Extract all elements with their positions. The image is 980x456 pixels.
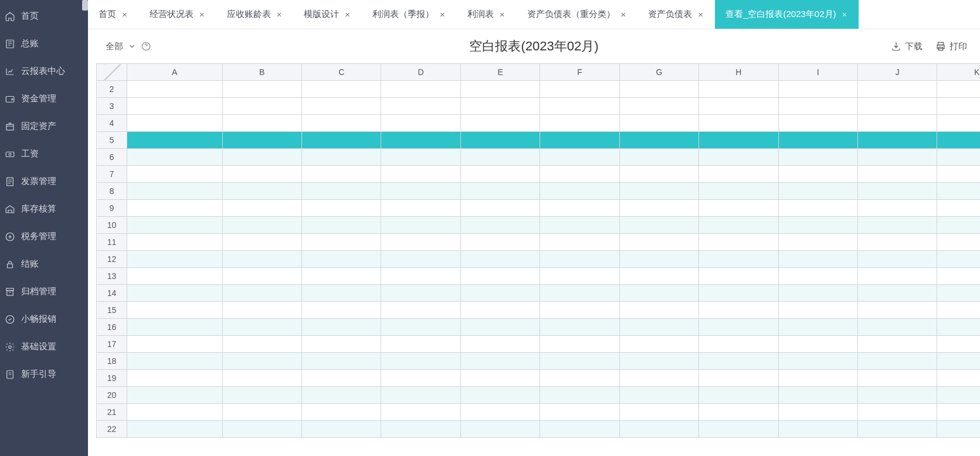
cell[interactable] [858,166,937,183]
cell[interactable] [127,268,223,285]
cell[interactable] [381,217,460,234]
cell[interactable] [301,132,381,149]
close-icon[interactable]: × [121,9,128,19]
cell[interactable] [381,353,460,370]
cell[interactable] [540,98,619,115]
cell[interactable] [619,370,698,387]
cell[interactable] [301,336,381,353]
col-header[interactable]: H [699,64,778,81]
cell[interactable] [858,115,937,132]
cell[interactable] [460,353,540,370]
cell[interactable] [937,302,980,319]
cell[interactable] [381,251,460,268]
cell[interactable] [381,81,460,98]
cell[interactable] [301,421,381,438]
cell[interactable] [778,421,857,438]
cell[interactable] [460,166,540,183]
cell[interactable] [540,115,619,132]
cell[interactable] [540,421,619,438]
row-header[interactable]: 3 [97,98,127,115]
row-header[interactable]: 21 [97,404,127,421]
cell[interactable] [222,251,301,268]
cell[interactable] [127,370,223,387]
cell[interactable] [778,404,857,421]
close-icon[interactable]: × [499,9,506,19]
cell[interactable] [937,404,980,421]
cell[interactable] [619,302,698,319]
cell[interactable] [699,421,778,438]
cell[interactable] [222,217,301,234]
row-header[interactable]: 20 [97,387,127,404]
close-icon[interactable]: × [439,9,446,19]
row-header[interactable]: 14 [97,285,127,302]
cell[interactable] [699,183,778,200]
cell[interactable] [540,353,619,370]
cell[interactable] [381,387,460,404]
row-header[interactable]: 19 [97,370,127,387]
cell[interactable] [540,217,619,234]
cell[interactable] [778,285,857,302]
cell[interactable] [222,285,301,302]
sidebar-item-guide[interactable]: 新手引导 [0,360,88,388]
cell[interactable] [222,319,301,336]
cell[interactable] [540,268,619,285]
col-header[interactable]: A [127,64,223,81]
cell[interactable] [540,387,619,404]
cell[interactable] [858,183,937,200]
cell[interactable] [858,251,937,268]
cell[interactable] [699,115,778,132]
cell[interactable] [699,285,778,302]
print-button[interactable]: 打印 [935,41,967,52]
cell[interactable] [858,336,937,353]
tab[interactable]: 利润表× [457,0,517,29]
cell[interactable] [937,251,980,268]
cell[interactable] [778,166,857,183]
cell[interactable] [858,319,937,336]
col-header[interactable]: K [937,64,980,81]
cell[interactable] [778,370,857,387]
cell[interactable] [619,387,698,404]
cell[interactable] [460,387,540,404]
cell[interactable] [222,234,301,251]
cell[interactable] [381,336,460,353]
row-header[interactable]: 8 [97,183,127,200]
cell[interactable] [858,81,937,98]
cell[interactable] [937,370,980,387]
cell[interactable] [222,353,301,370]
cell[interactable] [778,217,857,234]
cell[interactable] [460,183,540,200]
cell[interactable] [699,404,778,421]
col-header[interactable]: F [540,64,619,81]
cell[interactable] [460,98,540,115]
sidebar-item-wallet[interactable]: 资金管理 [0,85,88,113]
cell[interactable] [460,132,540,149]
cell[interactable] [222,132,301,149]
cell[interactable] [858,200,937,217]
spreadsheet[interactable]: ABCDEFGHIJK 2345678910111213141516171819… [88,63,980,456]
close-icon[interactable]: × [198,9,206,19]
cell[interactable] [301,81,381,98]
cell[interactable] [778,200,857,217]
row-header[interactable]: 18 [97,353,127,370]
cell[interactable] [301,183,381,200]
sidebar-item-money[interactable]: 工资 [0,140,88,168]
cell[interactable] [127,421,223,438]
col-header[interactable]: J [858,64,937,81]
cell[interactable] [222,183,301,200]
sidebar-item-reimburse[interactable]: 小畅报销 [0,305,88,333]
cell[interactable] [937,387,980,404]
sidebar-item-warehouse[interactable]: 库存核算 [0,195,88,223]
cell[interactable] [381,149,460,166]
cell[interactable] [127,251,223,268]
cell[interactable] [460,234,540,251]
cell[interactable] [619,234,698,251]
close-icon[interactable]: × [841,9,849,19]
cell[interactable] [301,98,381,115]
cell[interactable] [127,336,223,353]
cell[interactable] [222,166,301,183]
cell[interactable] [301,302,381,319]
cell[interactable] [222,98,301,115]
cell[interactable] [222,387,301,404]
cell[interactable] [222,200,301,217]
cell[interactable] [460,421,540,438]
